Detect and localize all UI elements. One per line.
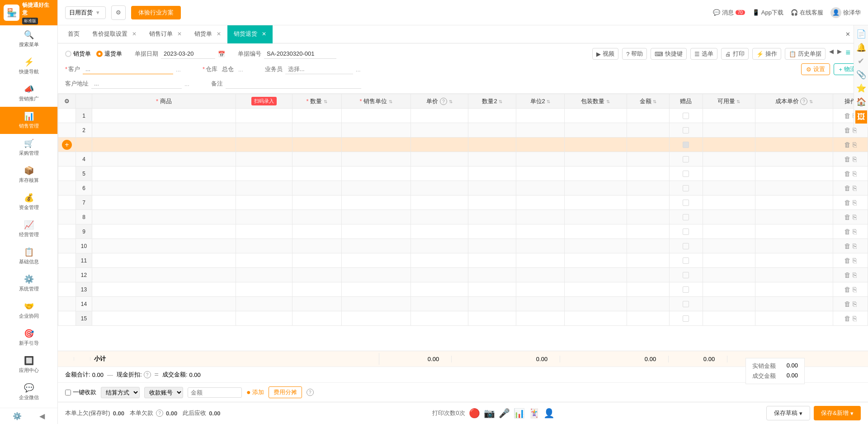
copy-btn[interactable]: ⎘: [853, 141, 857, 148]
copy-btn[interactable]: ⎘: [853, 271, 857, 279]
sidebar-item-quick-nav[interactable]: ⚡ 快捷导航: [0, 52, 57, 80]
qr-tool-icon[interactable]: 📊: [514, 408, 525, 419]
row-unit-price[interactable]: [410, 167, 468, 181]
sidebar-item-system[interactable]: ⚙️ 系统管理: [0, 270, 57, 297]
row-unit-price[interactable]: [410, 268, 468, 282]
cost-help[interactable]: ?: [800, 98, 807, 105]
row-unit2[interactable]: [516, 138, 564, 152]
method-select[interactable]: 结算方式: [101, 387, 140, 398]
row-unit-price[interactable]: [410, 311, 468, 326]
row-sales-unit[interactable]: [341, 210, 410, 224]
sidebar-item-operations[interactable]: 📈 经营管理: [0, 215, 57, 243]
delete-btn[interactable]: 🗑: [844, 314, 851, 322]
row-available[interactable]: [703, 138, 755, 152]
row-amount[interactable]: [627, 224, 669, 239]
row-unit2[interactable]: [516, 123, 564, 138]
row-product[interactable]: [92, 181, 236, 195]
close-all-btn[interactable]: ✕: [844, 29, 852, 39]
gift-checkbox[interactable]: [683, 301, 689, 307]
row-gift[interactable]: [669, 109, 703, 123]
fee-split-btn[interactable]: 费用分摊: [269, 386, 302, 398]
delete-btn[interactable]: 🗑: [844, 257, 851, 264]
row-pkg-qty[interactable]: [564, 311, 627, 326]
row-quantity[interactable]: [292, 109, 341, 123]
app-download-btn[interactable]: 📱 App下载: [752, 9, 783, 17]
product-input[interactable]: [96, 141, 232, 148]
row-barcode[interactable]: [236, 311, 292, 326]
row-barcode[interactable]: [236, 123, 292, 138]
row-pkg-qty[interactable]: [564, 239, 627, 253]
row-gift[interactable]: [669, 181, 703, 195]
row-product[interactable]: [92, 282, 236, 297]
delete-btn[interactable]: 🗑: [844, 300, 851, 308]
gift-checkbox[interactable]: [683, 286, 689, 293]
copy-btn[interactable]: ⎘: [853, 314, 857, 322]
row-amount[interactable]: [627, 239, 669, 253]
row-barcode[interactable]: [236, 297, 292, 311]
row-gift[interactable]: [669, 282, 703, 297]
address-input[interactable]: [91, 79, 182, 89]
row-unit2[interactable]: [516, 239, 564, 253]
row-quantity[interactable]: [292, 195, 341, 210]
row-unit-price[interactable]: [410, 109, 468, 123]
sort-avail-icon[interactable]: ⇅: [736, 99, 740, 104]
row-cost[interactable]: [755, 152, 833, 167]
amount-input[interactable]: [188, 387, 242, 398]
sidebar-item-weixin[interactable]: 💬 企业微信: [0, 378, 57, 405]
shortcut-btn[interactable]: ⌨ 快捷键: [651, 48, 687, 60]
nav-next-btn[interactable]: ▶: [837, 48, 842, 60]
radio-return[interactable]: 退货单: [96, 50, 122, 58]
row-barcode[interactable]: [236, 239, 292, 253]
doc-num-input[interactable]: [264, 49, 336, 59]
gift-checkbox[interactable]: [683, 200, 689, 206]
sort-unit-icon[interactable]: ⇅: [389, 99, 392, 104]
row-barcode[interactable]: [236, 253, 292, 268]
copy-btn[interactable]: ⎘: [853, 126, 857, 134]
voice-tool-icon[interactable]: 🎤: [499, 408, 510, 419]
row-gift[interactable]: [669, 138, 703, 152]
row-product[interactable]: [92, 268, 236, 282]
row-unit2[interactable]: [516, 152, 564, 167]
row-amount[interactable]: [627, 195, 669, 210]
row-quantity[interactable]: [292, 224, 341, 239]
delete-btn[interactable]: 🗑: [844, 184, 851, 192]
th-barcode[interactable]: 扫码录入: [236, 94, 292, 109]
row-product[interactable]: [92, 239, 236, 253]
row-sales-unit[interactable]: [341, 239, 410, 253]
row-unit2[interactable]: [516, 253, 564, 268]
print-btn[interactable]: 🖨 打印: [721, 48, 749, 60]
sort-price-icon[interactable]: ⇅: [449, 99, 453, 104]
row-barcode[interactable]: [236, 167, 292, 181]
row-product[interactable]: [92, 210, 236, 224]
row-available[interactable]: [703, 268, 755, 282]
row-sales-unit[interactable]: [341, 152, 410, 167]
row-quantity[interactable]: [292, 311, 341, 326]
row-gift[interactable]: [669, 311, 703, 326]
row-unit-price[interactable]: [410, 282, 468, 297]
nav-prev-btn[interactable]: ◀: [829, 48, 834, 60]
row-unit-price[interactable]: [410, 123, 468, 138]
row-unit2[interactable]: [516, 195, 564, 210]
row-barcode[interactable]: [236, 152, 292, 167]
row-available[interactable]: [703, 181, 755, 195]
row-quantity[interactable]: [292, 268, 341, 282]
row-gift[interactable]: [669, 253, 703, 268]
row-qty2[interactable]: [468, 239, 516, 253]
row-quantity[interactable]: [292, 152, 341, 167]
tab-sales-return-close[interactable]: ✕: [262, 31, 266, 37]
row-product[interactable]: [92, 138, 236, 152]
row-available[interactable]: [703, 123, 755, 138]
gift-checkbox[interactable]: [683, 315, 689, 322]
sidebar-item-finance[interactable]: 💰 资金管理: [0, 188, 57, 215]
sidebar-item-collab[interactable]: 🤝 企业协同: [0, 297, 57, 324]
row-unit-price[interactable]: [410, 181, 468, 195]
row-qty2[interactable]: [468, 167, 516, 181]
row-sales-unit[interactable]: [341, 167, 410, 181]
row-gift[interactable]: [669, 210, 703, 224]
sort-qty2-icon[interactable]: ⇅: [499, 99, 502, 104]
row-available[interactable]: [703, 253, 755, 268]
gift-checkbox[interactable]: [683, 257, 689, 264]
row-sales-unit[interactable]: [341, 224, 410, 239]
delete-btn[interactable]: 🗑: [844, 228, 851, 235]
row-gift[interactable]: [669, 123, 703, 138]
